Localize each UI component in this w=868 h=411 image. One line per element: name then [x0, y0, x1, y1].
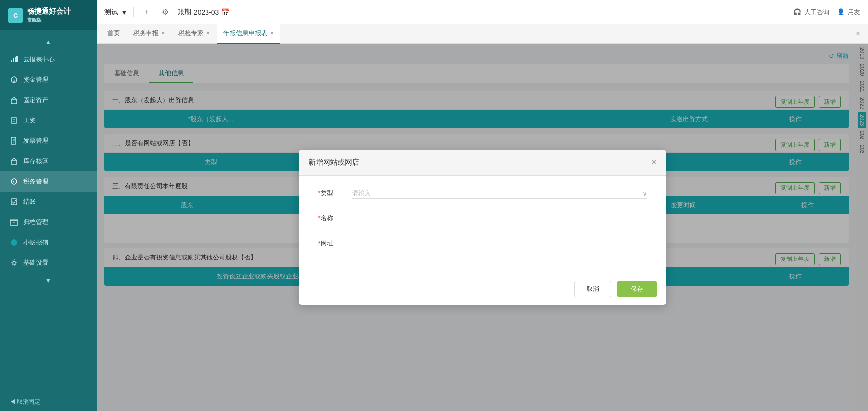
- app-name: 畅捷通好会计: [27, 7, 71, 16]
- company-selector[interactable]: 测试 ▼: [104, 8, 128, 16]
- url-required: *: [318, 240, 321, 247]
- tab-tax-inspection-label: 税检专家: [178, 29, 204, 38]
- sidebar-item-tax-mgmt[interactable]: C 税务管理: [0, 171, 97, 192]
- topbar: 测试 ▼ ＋ ⚙ 账期 2023-03 📅 🎧 人工咨询 👤 用友: [97, 0, 868, 24]
- modal-close-btn[interactable]: ×: [651, 157, 657, 167]
- modal-overlay: 新增网站或网店 × *类型 ∨: [97, 44, 868, 411]
- sidebar-label-fixed-assets: 固定资产: [23, 96, 48, 105]
- tab-bar-right: ×: [852, 28, 864, 40]
- name-input[interactable]: [352, 213, 647, 224]
- name-input-wrap: [352, 213, 647, 224]
- url-input[interactable]: [352, 238, 647, 249]
- sidebar-label-settlement: 结账: [23, 198, 36, 206]
- archive-mgmt-icon: [10, 218, 18, 227]
- svg-rect-2: [15, 57, 16, 62]
- sidebar-item-inventory[interactable]: 库存核算: [0, 151, 97, 171]
- sidebar: C 畅捷通好会计 旗舰版 ▲ 云报表中心 $ 资金管理: [0, 0, 97, 411]
- svg-rect-6: [11, 100, 17, 104]
- url-label: *网址: [318, 239, 347, 248]
- period-value: 2023-03: [194, 8, 219, 16]
- tab-tax-report-label: 税务申报: [133, 29, 159, 38]
- tab-home-label: 首页: [107, 29, 120, 38]
- xiaochang-sales-icon: [10, 238, 18, 247]
- sidebar-item-invoice-mgmt[interactable]: 发票管理: [0, 131, 97, 151]
- basic-settings-icon: [10, 259, 18, 267]
- pin-toggle-label: ◀ 取消固定: [10, 398, 40, 406]
- sidebar-item-fund-mgmt[interactable]: $ 资金管理: [0, 70, 97, 90]
- save-button[interactable]: 保存: [617, 281, 657, 297]
- svg-point-21: [11, 239, 17, 246]
- sidebar-item-settlement[interactable]: 结账: [0, 192, 97, 212]
- sidebar-pin-toggle[interactable]: ◀ 取消固定: [0, 393, 97, 411]
- tab-tax-report[interactable]: 税务申报 ×: [127, 24, 172, 44]
- topbar-user[interactable]: 👤 用友: [837, 8, 860, 16]
- topbar-right: 🎧 人工咨询 👤 用友: [794, 8, 860, 16]
- tab-tax-inspection[interactable]: 税检专家 ×: [172, 24, 217, 44]
- sidebar-item-cloud-report[interactable]: 云报表中心: [0, 49, 97, 70]
- sidebar-item-archive-mgmt[interactable]: 归档管理: [0, 212, 97, 232]
- period-label: 账期: [177, 8, 191, 16]
- main-area: 测试 ▼ ＋ ⚙ 账期 2023-03 📅 🎧 人工咨询 👤 用友: [97, 0, 868, 411]
- sidebar-scroll-down[interactable]: ▼: [0, 273, 97, 288]
- svg-text:$: $: [13, 78, 15, 83]
- add-website-modal: 新增网站或网店 × *类型 ∨: [299, 150, 666, 305]
- topbar-settings-btn[interactable]: ⚙: [159, 5, 172, 18]
- form-row-name: *名称: [318, 213, 647, 224]
- svg-rect-1: [13, 58, 14, 62]
- fixed-assets-icon: [10, 96, 18, 105]
- sidebar-item-payroll[interactable]: 工资: [0, 110, 97, 131]
- form-row-type: *类型 ∨: [318, 187, 647, 199]
- company-name: 测试: [104, 8, 118, 16]
- tab-bar: 首页 税务申报 × 税检专家 × 年报信息申报表 × ×: [97, 24, 868, 44]
- calendar-icon[interactable]: 📅: [221, 8, 230, 16]
- user-icon: 👤: [837, 8, 845, 15]
- sidebar-scroll-up[interactable]: ▲: [0, 34, 97, 49]
- sidebar-label-archive-mgmt: 归档管理: [23, 218, 48, 227]
- tax-mgmt-icon: C: [10, 177, 18, 186]
- inventory-icon: [10, 157, 18, 166]
- app-subtitle: 旗舰版: [27, 17, 71, 24]
- cancel-button[interactable]: 取消: [574, 281, 611, 297]
- svg-rect-17: [11, 199, 17, 205]
- sidebar-nav: ▲ 云报表中心 $ 资金管理 固定资产: [0, 30, 97, 393]
- sidebar-label-fund-mgmt: 资金管理: [23, 76, 48, 84]
- content-area: ↺ 刷新 基础信息 其他信息 一、股东（发起人）出资信息: [97, 44, 868, 411]
- window-close-btn[interactable]: ×: [852, 28, 864, 40]
- sidebar-label-xiaochang-sales: 小畅报销: [23, 238, 48, 247]
- tab-home[interactable]: 首页: [101, 24, 127, 44]
- topbar-support[interactable]: 🎧 人工咨询: [794, 8, 829, 16]
- company-dropdown-icon: ▼: [121, 8, 128, 16]
- user-label: 用友: [848, 8, 860, 16]
- sidebar-item-basic-settings[interactable]: 基础设置: [0, 253, 97, 273]
- name-required: *: [318, 214, 321, 222]
- sidebar-label-basic-settings: 基础设置: [23, 259, 48, 267]
- sidebar-label-tax-mgmt: 税务管理: [23, 177, 48, 186]
- type-required: *: [318, 189, 321, 197]
- topbar-period: 账期 2023-03 📅: [177, 8, 230, 16]
- svg-rect-0: [11, 60, 12, 62]
- tab-annual-report-close[interactable]: ×: [270, 30, 274, 37]
- tab-annual-report[interactable]: 年报信息申报表 ×: [217, 24, 280, 44]
- tab-tax-report-close[interactable]: ×: [162, 30, 165, 37]
- svg-rect-14: [11, 160, 17, 164]
- sidebar-label-payroll: 工资: [23, 116, 36, 125]
- fund-mgmt-icon: $: [10, 76, 18, 84]
- url-input-wrap: [352, 238, 647, 249]
- tab-tax-inspection-close[interactable]: ×: [206, 30, 210, 37]
- form-row-url: *网址: [318, 238, 647, 249]
- sidebar-item-xiaochang-sales[interactable]: 小畅报销: [0, 232, 97, 253]
- modal-footer: 取消 保存: [299, 273, 666, 305]
- type-label: *类型: [318, 189, 347, 198]
- support-label: 人工咨询: [804, 8, 829, 16]
- name-label: *名称: [318, 214, 347, 223]
- payroll-icon: [10, 116, 18, 125]
- type-dropdown-icon[interactable]: ∨: [642, 189, 647, 197]
- modal-header: 新增网站或网店 ×: [299, 150, 666, 176]
- topbar-divider-1: [133, 7, 134, 17]
- headset-icon: 🎧: [794, 8, 801, 15]
- settlement-icon: [10, 198, 18, 206]
- topbar-add-btn[interactable]: ＋: [140, 5, 153, 19]
- type-input[interactable]: [352, 187, 642, 198]
- sidebar-item-fixed-assets[interactable]: 固定资产: [0, 90, 97, 110]
- sidebar-label-invoice-mgmt: 发票管理: [23, 137, 48, 145]
